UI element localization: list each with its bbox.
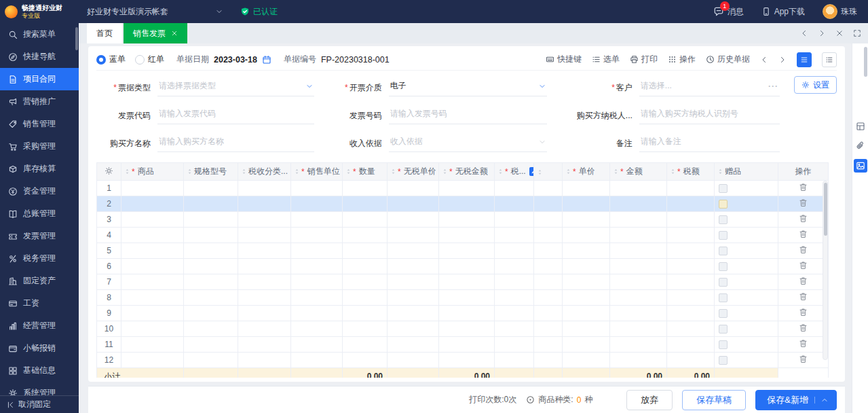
cell-action[interactable]: [778, 290, 829, 306]
cell-amount_notax[interactable]: [439, 321, 495, 337]
cell-spec[interactable]: [184, 337, 238, 353]
save-draft-button[interactable]: 保存草稿: [682, 390, 746, 410]
income-basis-input[interactable]: 收入依据: [389, 134, 547, 152]
item-row-4[interactable]: 4: [97, 228, 829, 243]
sidebar-item-ledger[interactable]: 总账管理: [0, 202, 79, 225]
cell-taxclass[interactable]: [238, 337, 291, 353]
print-button[interactable]: 打印: [630, 54, 658, 65]
cell-amount[interactable]: [610, 337, 667, 353]
cell-amount_notax[interactable]: [439, 306, 495, 321]
calendar-icon[interactable]: [262, 55, 271, 65]
cell-amount_notax[interactable]: [439, 212, 495, 228]
cell-taxclass[interactable]: [238, 259, 291, 274]
cell-qty[interactable]: [343, 196, 388, 212]
cell-price[interactable]: [563, 306, 610, 321]
cell-price_notax[interactable]: [388, 306, 439, 321]
radio-blue-doc[interactable]: 蓝单: [96, 54, 126, 65]
col-header-amount[interactable]: *金额: [610, 163, 667, 181]
gift-checkbox[interactable]: [719, 247, 728, 255]
cell-taxclass[interactable]: [238, 353, 291, 368]
gift-checkbox[interactable]: [719, 356, 728, 365]
gift-checkbox[interactable]: [719, 200, 728, 209]
cell-gift[interactable]: [715, 337, 778, 353]
item-row-11[interactable]: 11: [97, 337, 829, 353]
sidebar-item-search-menu[interactable]: 搜索菜单: [0, 23, 79, 46]
item-row-8[interactable]: 8: [97, 290, 829, 306]
save-and-new-button[interactable]: 保存&新增: [755, 390, 837, 410]
sidebar-unpin-button[interactable]: 取消固定: [0, 395, 79, 413]
cell-unit[interactable]: [291, 196, 343, 212]
cell-action[interactable]: [778, 228, 829, 243]
cell-gift[interactable]: [715, 243, 778, 259]
cell-taxrate[interactable]: [495, 337, 534, 353]
cell-product[interactable]: [121, 228, 184, 243]
cell-amount_notax[interactable]: [439, 181, 495, 196]
cell-blank[interactable]: [534, 243, 563, 259]
cell-price[interactable]: [563, 321, 610, 337]
cell-spec[interactable]: [184, 290, 238, 306]
cell-price_notax[interactable]: [388, 290, 439, 306]
cell-product[interactable]: [121, 306, 184, 321]
user-menu[interactable]: 珠珠: [823, 4, 857, 19]
cell-tax[interactable]: [667, 306, 715, 321]
app-download-button[interactable]: App下载: [761, 6, 805, 18]
sidebar-item-inventory[interactable]: 库存核算: [0, 158, 79, 180]
delete-row-icon[interactable]: [799, 292, 808, 301]
cell-unit[interactable]: [291, 259, 343, 274]
cell-price[interactable]: [563, 274, 610, 290]
sort-icon[interactable]: [390, 168, 396, 175]
cell-price_notax[interactable]: [388, 321, 439, 337]
cell-tax[interactable]: [667, 212, 715, 228]
cell-product[interactable]: [121, 321, 184, 337]
gift-checkbox[interactable]: [719, 184, 728, 193]
cell-qty[interactable]: [343, 337, 388, 353]
buyer-name-input[interactable]: 请输入购买方名称: [157, 134, 314, 152]
delete-row-icon[interactable]: [799, 355, 808, 363]
prev-doc-icon[interactable]: [760, 56, 768, 64]
cell-taxclass[interactable]: [238, 274, 291, 290]
cell-price_notax[interactable]: [388, 337, 439, 353]
column-settings-icon[interactable]: [105, 166, 113, 175]
gift-checkbox[interactable]: [719, 278, 728, 287]
cell-taxclass[interactable]: [238, 243, 291, 259]
cell-spec[interactable]: [184, 243, 238, 259]
media-type-input[interactable]: 电子: [389, 79, 547, 96]
cell-gift[interactable]: [715, 353, 778, 368]
cell-unit[interactable]: [291, 228, 343, 243]
account-select[interactable]: 好业财专业版演示帐套: [87, 6, 223, 18]
cell-price[interactable]: [563, 337, 610, 353]
col-header-unit[interactable]: *销售单位: [291, 163, 343, 181]
close-tab-icon[interactable]: [171, 30, 178, 37]
doc-panel-button[interactable]: [854, 120, 867, 133]
cell-qty[interactable]: [343, 274, 388, 290]
cell-qty[interactable]: [343, 321, 388, 337]
cell-product[interactable]: [121, 259, 184, 274]
sidebar-item-quick-nav[interactable]: 快捷导航: [0, 46, 79, 68]
cell-amount_notax[interactable]: [439, 259, 495, 274]
chevron-down-icon[interactable]: [539, 139, 546, 145]
item-row-5[interactable]: 5: [97, 243, 829, 259]
remark-input[interactable]: 请输入备注: [639, 134, 780, 152]
invoice-code-input[interactable]: 请输入发票代码: [157, 107, 314, 124]
sidebar-item-purchase[interactable]: 采购管理: [0, 135, 79, 158]
cell-taxclass[interactable]: [238, 228, 291, 243]
col-header-price[interactable]: *单价: [563, 163, 610, 181]
cell-action[interactable]: [778, 337, 829, 353]
operations-button[interactable]: 操作: [668, 54, 696, 65]
cell-gift[interactable]: [715, 181, 778, 196]
gift-checkbox[interactable]: [719, 293, 728, 302]
cell-amount[interactable]: [610, 181, 667, 196]
edit-column-icon[interactable]: [529, 167, 534, 176]
detail-view-toggle[interactable]: [822, 52, 837, 67]
cell-taxrate[interactable]: [495, 274, 534, 290]
gift-checkbox[interactable]: [719, 215, 728, 224]
sidebar-item-tax[interactable]: 税务管理: [0, 247, 79, 270]
cell-gift[interactable]: [715, 274, 778, 290]
cell-action[interactable]: [778, 181, 829, 196]
cell-amount[interactable]: [610, 259, 667, 274]
cell-amount_notax[interactable]: [439, 290, 495, 306]
cell-qty[interactable]: [343, 243, 388, 259]
cell-price_notax[interactable]: [388, 181, 439, 196]
cell-amount[interactable]: [610, 306, 667, 321]
cell-action[interactable]: [778, 274, 829, 290]
